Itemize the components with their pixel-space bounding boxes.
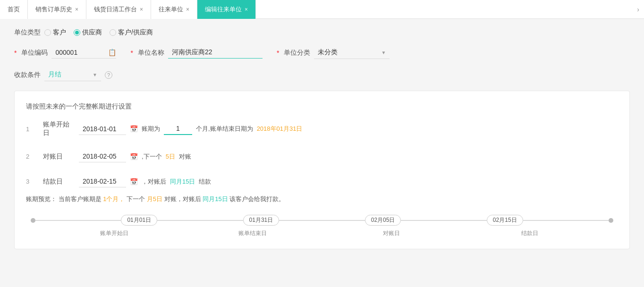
unit-code-label: 单位编码 [21, 49, 48, 57]
radio-customer-circle [44, 29, 51, 36]
timeline-point-4-label: 02月15日 [487, 215, 523, 226]
timeline-segment-2 [157, 220, 243, 221]
row-2-hint-date: 5日 [166, 152, 175, 161]
payment-terms-select[interactable]: 月结 ▼ [44, 68, 101, 81]
row-3-hint-prefix: ，对账后 [142, 177, 166, 186]
timeline-point-4: 02月15日 [487, 215, 523, 226]
classify-dropdown-arrow: ▼ [381, 50, 386, 55]
unit-classify-select[interactable]: 未分类 ▼ [314, 46, 390, 59]
row-2-input-area: 📅 ,下一个 5日 对账 [79, 151, 191, 162]
radio-customer-supplier[interactable]: 客户/供应商 [110, 28, 153, 37]
timeline-desc-1-wrap: 账单开始日 [45, 229, 184, 237]
row-1-period-unit: 个月,账单结束日期为 [196, 125, 253, 133]
row-1-period-input[interactable] [164, 123, 192, 135]
tab-cashflow[interactable]: 钱货日清工作台 × [86, 0, 151, 19]
setting-row-2: 2 对账日 📅 ,下一个 5日 对账 [26, 151, 618, 162]
row-3-label: 结款日 [43, 177, 71, 186]
settings-card: 请按照未来的一个完整帐期进行设置 1 账单开始日 📅 账期为 个月,账单结束日期… [14, 91, 630, 249]
timeline-point-3-label: 02月05日 [365, 215, 401, 226]
timeline-desc-2-wrap: 账单结束日 [184, 229, 322, 237]
setting-row-3: 3 结款日 📅 ，对账后 同月15日 结款 [26, 176, 618, 187]
preview-text-4: 该客户会给我打款。 [229, 195, 285, 203]
timeline-desc-2: 账单结束日 [238, 229, 267, 237]
unit-code-required-star: * [14, 49, 17, 57]
tab-cashflow-label: 钱货日清工作台 [94, 5, 137, 14]
unit-name-required-star: * [130, 49, 133, 57]
payment-terms-label: 收款条件 [14, 71, 41, 79]
row-3-date-input[interactable] [79, 176, 126, 187]
row-1-label: 账单开始日 [43, 120, 71, 137]
radio-customer[interactable]: 客户 [44, 28, 66, 37]
tab-more-button[interactable]: › [632, 0, 644, 18]
unit-type-row: 单位类型 客户 供应商 客户/供应商 [14, 28, 630, 37]
row-1-period-end-date: 2018年01月31日 [257, 125, 303, 133]
preview-text-area: 账期预览： 当前客户账期是 1个月， 下一个 月5日 对账，对账后 同月15日 … [26, 195, 618, 203]
payment-terms-row: 收款条件 月结 ▼ ? [14, 68, 630, 81]
tab-edit-partner-close[interactable]: × [245, 6, 248, 13]
unit-code-input-wrapper: 📋 [51, 47, 116, 59]
preview-text-2: 下一个 [127, 195, 145, 203]
unit-type-label: 单位类型 [14, 28, 41, 37]
row-2-date-input[interactable] [79, 151, 126, 162]
timeline-point-1-label: 01月01日 [121, 215, 157, 226]
timeline-desc-4-wrap: 结款日 [461, 229, 600, 237]
tab-sales-history-close[interactable]: × [75, 6, 78, 13]
tab-sales-history-label: 销售订单历史 [35, 5, 72, 14]
unit-code-input[interactable] [51, 47, 108, 58]
help-icon[interactable]: ? [105, 71, 112, 79]
timeline-area: 01月01日 01月31日 02月05日 02月15日 [26, 215, 618, 237]
copy-icon[interactable]: 📋 [108, 49, 116, 56]
preview-text-3: 对账，对账后 [164, 195, 201, 203]
tab-home[interactable]: 首页 [0, 0, 28, 19]
unit-info-row: * 单位编码 📋 * 单位名称 * 单位分类 未分类 ▼ [14, 46, 630, 59]
main-content: 单位类型 客户 供应商 客户/供应商 * 单位编码 [0, 19, 644, 287]
chevron-right-icon: › [637, 6, 639, 13]
unit-type-group: 单位类型 客户 供应商 客户/供应商 [14, 28, 153, 37]
row-3-cal-icon[interactable]: 📅 [130, 178, 138, 186]
row-1-date-input[interactable] [79, 123, 126, 135]
tab-partner-close[interactable]: × [186, 6, 189, 13]
timeline-desc-1: 账单开始日 [100, 229, 128, 237]
row-3-hint-suffix: 结款 [199, 177, 211, 186]
timeline-desc-4: 结款日 [521, 229, 538, 237]
tab-edit-partner-label: 编辑往来单位 [205, 5, 242, 14]
payment-terms-value: 月结 [48, 70, 89, 79]
row-2-label: 对账日 [43, 152, 71, 161]
timeline-point-2: 01月31日 [243, 215, 280, 226]
unit-code-group: * 单位编码 📋 [14, 47, 116, 59]
row-1-cal-icon[interactable]: 📅 [130, 125, 138, 133]
unit-name-group: * 单位名称 [130, 47, 262, 59]
timeline-point-3: 02月05日 [365, 215, 401, 226]
row-3-num: 3 [26, 178, 35, 185]
row-2-num: 2 [26, 153, 35, 160]
row-1-num: 1 [26, 126, 35, 133]
tab-partner[interactable]: 往来单位 × [151, 0, 197, 19]
radio-supplier[interactable]: 供应商 [74, 28, 102, 37]
tab-sales-history[interactable]: 销售订单历史 × [28, 0, 86, 19]
timeline-end-dot [609, 218, 613, 223]
tabs-bar: 首页 销售订单历史 × 钱货日清工作台 × 往来单位 × 编辑往来单位 × › [0, 0, 644, 19]
radio-customer-supplier-circle [110, 29, 116, 36]
preview-text-1: 当前客户账期是 [59, 195, 102, 203]
unit-classify-required-star: * [277, 49, 279, 57]
radio-supplier-label: 供应商 [82, 28, 102, 37]
timeline-desc-3-wrap: 对账日 [322, 229, 461, 237]
timeline-start-dot [31, 218, 35, 223]
timeline-point-2-label: 01月31日 [243, 215, 280, 226]
unit-classify-value: 未分类 [318, 48, 353, 57]
unit-classify-group: * 单位分类 未分类 ▼ [277, 46, 390, 59]
row-2-hint-suffix: 对账 [179, 152, 191, 161]
tab-cashflow-close[interactable]: × [140, 6, 143, 13]
card-title: 请按照未来的一个完整帐期进行设置 [26, 102, 618, 111]
row-1-input-area: 📅 账期为 个月,账单结束日期为 2018年01月31日 [79, 123, 302, 135]
preview-highlight3: 同月15日 [203, 195, 228, 203]
row-2-cal-icon[interactable]: 📅 [130, 153, 138, 160]
unit-type-radio-group: 客户 供应商 客户/供应商 [44, 28, 153, 37]
tab-home-label: 首页 [8, 5, 20, 14]
timeline-segment-1 [35, 220, 121, 221]
unit-name-label: 单位名称 [138, 49, 164, 57]
payment-terms-group: 收款条件 月结 ▼ ? [14, 68, 112, 81]
tab-edit-partner[interactable]: 编辑往来单位 × [197, 0, 256, 19]
timeline-desc-3: 对账日 [383, 229, 400, 237]
unit-name-input[interactable] [168, 47, 263, 59]
